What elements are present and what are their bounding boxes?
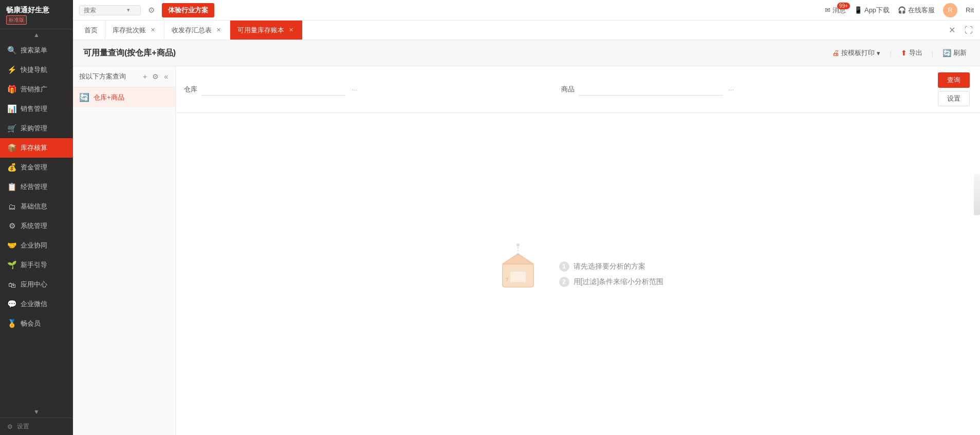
svg-point-4	[516, 243, 520, 247]
hint-num-1: 1	[559, 261, 569, 272]
online-service-btn[interactable]: 🎧 在线客服	[898, 6, 935, 15]
goods-filter-more-btn[interactable]: ···	[727, 85, 736, 94]
collapse-left-panel-btn[interactable]: «	[163, 71, 169, 82]
industry-solution-btn[interactable]: 体验行业方案	[162, 3, 214, 17]
nav-label-newbie: 新手引导	[21, 260, 66, 270]
right-scrollbar[interactable]	[974, 174, 980, 215]
nav-label-marketing: 营销推广	[21, 85, 66, 94]
sidebar-item-wechat[interactable]: 💬 企业微信	[0, 294, 73, 314]
tabbar-close-all-btn[interactable]: ✕	[946, 24, 958, 36]
username-label[interactable]: Rit	[966, 6, 974, 14]
print-dropdown-icon: ▾	[877, 49, 880, 57]
tab-available-stock[interactable]: 可用量库存账本 ✕	[230, 21, 303, 40]
empty-hint-1: 1 请先选择要分析的方案	[559, 261, 664, 272]
nav-icon-finance: 💰	[7, 163, 16, 172]
refresh-btn[interactable]: 🔄 刷新	[939, 46, 970, 60]
sidebar-item-newbie[interactable]: 🌱 新手引导	[0, 255, 73, 275]
action-divider-2: |	[932, 49, 933, 57]
goods-filter-label: 商品	[561, 85, 575, 94]
scheme-item-label: 仓库+商品	[94, 93, 124, 102]
app-download-label: App下载	[864, 6, 890, 15]
goods-filter-group: 商品 ···	[561, 83, 930, 96]
page-header: 可用量查询(按仓库+商品) 🖨 按模板打印 ▾ | ⬆ 导出 | 🔄 刷新	[73, 40, 980, 66]
nav-icon-purchase: 🛒	[7, 124, 16, 133]
add-scheme-btn[interactable]: +	[142, 71, 148, 82]
sidebar-item-search[interactable]: 🔍 搜索菜单	[0, 41, 73, 60]
sidebar-item-system[interactable]: ⚙ 系统管理	[0, 216, 73, 236]
tab-deposit-summary[interactable]: 收发存汇总表 ✕	[164, 21, 230, 40]
sidebar-item-basic[interactable]: 🗂 基础信息	[0, 197, 73, 216]
topbar-right: ✉ 消息 99+ 📱 App下载 🎧 在线客服 R Rit	[825, 3, 974, 17]
nav-icon-search: 🔍	[7, 46, 16, 55]
user-avatar[interactable]: R	[943, 3, 957, 17]
sidebar-footer-label: 设置	[17, 422, 29, 431]
app-download-btn[interactable]: 📱 App下载	[854, 6, 890, 15]
sidebar-scroll-down[interactable]: ▼	[0, 406, 73, 418]
page-header-actions: 🖨 按模板打印 ▾ | ⬆ 导出 | 🔄 刷新	[829, 46, 970, 60]
hint-text-2: 用[过滤]条件来缩小分析范围	[574, 277, 664, 287]
column-settings-btn[interactable]: 设置	[938, 91, 970, 106]
tab-batch-account-label: 库存批次账	[113, 26, 146, 35]
left-panel-header-actions: + ⚙ «	[142, 71, 169, 82]
sidebar-item-shortcut[interactable]: ⚡ 快捷导航	[0, 60, 73, 80]
topbar: ▾ ⚙ 体验行业方案 ✉ 消息 99+ 📱 App下载 🎧 在线客服 R Rit	[73, 0, 980, 21]
empty-state: ? 1 请先选择要分析的方案 2 用[过滤]条件来缩小分析范围	[176, 113, 980, 435]
tab-deposit-summary-close[interactable]: ✕	[215, 26, 223, 34]
query-btn[interactable]: 查询	[938, 72, 970, 88]
hint-num-2: 2	[559, 277, 569, 287]
sidebar-item-marketing[interactable]: 🎁 营销推广	[0, 80, 73, 99]
nav-label-shortcut: 快捷导航	[21, 65, 66, 74]
page-title: 可用量查询(按仓库+商品)	[83, 48, 176, 59]
empty-text: 1 请先选择要分析的方案 2 用[过滤]条件来缩小分析范围	[559, 261, 664, 287]
sidebar-item-cooperation[interactable]: 🤝 企业协同	[0, 236, 73, 255]
tabbar-expand-btn[interactable]: ⛶	[961, 25, 976, 36]
nav-icon-vip: 🏅	[7, 319, 16, 328]
nav-icon-sales: 📊	[7, 104, 16, 114]
filter-actions: 查询 设置	[938, 72, 972, 106]
refresh-label: 刷新	[953, 48, 967, 58]
hint-text-1: 请先选择要分析的方案	[574, 262, 645, 271]
tab-available-stock-close[interactable]: ✕	[287, 26, 295, 34]
sidebar-item-inventory[interactable]: 📦 库存核算	[0, 138, 73, 158]
mobile-icon: 📱	[854, 6, 862, 14]
tab-batch-account-close[interactable]: ✕	[149, 26, 157, 34]
left-panel-header-label: 按以下方案查询	[79, 72, 126, 81]
tab-home[interactable]: 首页	[77, 21, 105, 40]
sidebar-item-operations[interactable]: 📋 经营管理	[0, 177, 73, 197]
app-tag: 标准版	[6, 15, 27, 25]
settings-icon: ⚙	[7, 423, 13, 430]
sidebar-item-vip[interactable]: 🏅 畅会员	[0, 314, 73, 333]
tab-deposit-summary-label: 收发存汇总表	[172, 26, 212, 35]
tab-home-label: 首页	[84, 26, 98, 35]
nav-icon-inventory: 📦	[7, 143, 16, 153]
sidebar-item-purchase[interactable]: 🛒 采购管理	[0, 119, 73, 138]
goods-filter-input[interactable]	[579, 83, 723, 96]
topbar-settings-btn[interactable]: ⚙	[145, 5, 158, 16]
nav-icon-cooperation: 🤝	[7, 241, 16, 250]
sidebar-nav: 🔍 搜索菜单⚡ 快捷导航🎁 营销推广📊 销售管理🛒 采购管理📦 库存核算💰 资金…	[0, 41, 73, 406]
sidebar-item-appcenter[interactable]: 🛍 应用中心	[0, 275, 73, 294]
scheme-item-warehouse-goods[interactable]: 🔄 仓库+商品	[73, 87, 175, 107]
nav-label-purchase: 采购管理	[21, 124, 66, 133]
scheme-settings-btn[interactable]: ⚙	[151, 71, 160, 82]
message-btn[interactable]: ✉ 消息 99+	[825, 6, 846, 15]
message-badge: 99+	[837, 3, 850, 9]
warehouse-filter-more-btn[interactable]: ···	[349, 85, 359, 94]
search-input[interactable]	[84, 7, 125, 14]
export-btn[interactable]: ⬆ 导出	[898, 46, 926, 60]
sidebar-item-sales[interactable]: 📊 销售管理	[0, 99, 73, 119]
sidebar-scroll-up[interactable]: ▲	[0, 29, 73, 41]
tab-batch-account[interactable]: 库存批次账 ✕	[105, 21, 164, 40]
nav-icon-newbie: 🌱	[7, 260, 16, 270]
svg-marker-1	[503, 254, 533, 264]
print-template-label: 按模板打印	[841, 48, 875, 58]
print-template-btn[interactable]: 🖨 按模板打印 ▾	[829, 46, 883, 60]
sidebar-footer[interactable]: ⚙ 设置	[0, 418, 73, 435]
warehouse-filter-input[interactable]	[201, 83, 345, 96]
sidebar-item-finance[interactable]: 💰 资金管理	[0, 158, 73, 177]
search-input-group[interactable]: ▾	[79, 5, 141, 15]
nav-label-appcenter: 应用中心	[21, 280, 66, 289]
sidebar-header: 畅康通好生意 标准版	[0, 0, 73, 29]
left-panel: 按以下方案查询 + ⚙ « 🔄 仓库+商品	[73, 66, 176, 435]
search-dropdown-btn[interactable]: ▾	[127, 7, 130, 13]
